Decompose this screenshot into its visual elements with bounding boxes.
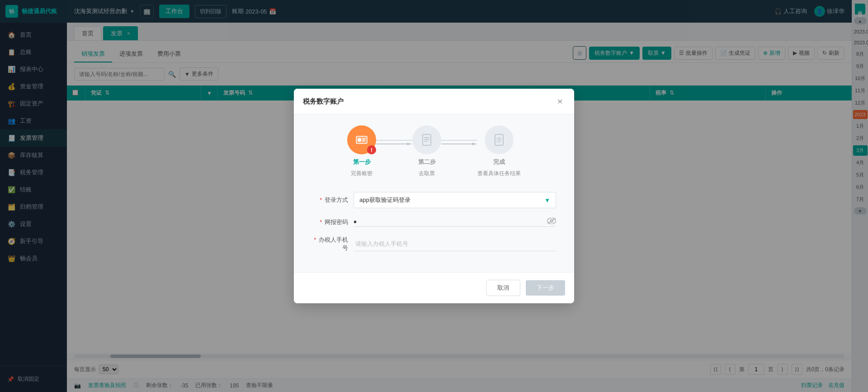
login-method-label-text: 登录方式 xyxy=(325,196,348,203)
password-label-text: 网报密码 xyxy=(325,219,348,225)
phone-input[interactable] xyxy=(354,237,556,251)
required-marker: * xyxy=(314,236,316,243)
svg-rect-18 xyxy=(498,141,500,142)
step-1-error-badge: ! xyxy=(367,145,376,154)
password-row: * 网报密码 • xyxy=(312,217,556,227)
password-input-wrap: • xyxy=(354,217,556,227)
arrow-connector-1 xyxy=(376,142,412,146)
step-2-desc: 去取票 xyxy=(419,170,435,177)
svg-rect-14 xyxy=(498,138,501,139)
select-dropdown-icon: ▼ xyxy=(544,197,550,204)
step-connector-2 xyxy=(441,140,477,141)
svg-rect-9 xyxy=(424,141,428,142)
step-1: ! 第一步 完善账密 xyxy=(347,125,376,177)
step-3-label: 完成 xyxy=(493,158,505,166)
dialog-close-button[interactable]: ✕ xyxy=(554,96,565,107)
required-marker: * xyxy=(320,196,322,203)
password-dot: • xyxy=(354,217,357,226)
step-2-icon-wrap xyxy=(412,125,441,154)
step-1-label: 第一步 xyxy=(353,158,371,166)
svg-marker-11 xyxy=(472,143,477,145)
phone-row: * 办税人手机号 xyxy=(312,236,556,252)
arrow-connector-2 xyxy=(441,142,477,146)
phone-label: * 办税人手机号 xyxy=(312,236,348,252)
svg-rect-8 xyxy=(424,139,429,140)
checklist-svg xyxy=(492,133,506,147)
svg-rect-2 xyxy=(362,139,366,139)
steps-indicator: ! 第一步 完善账密 xyxy=(312,125,556,177)
dialog-footer: 取消 下一步 xyxy=(294,272,574,303)
tax-account-dialog: 税务数字账户 ✕ xyxy=(294,89,574,303)
step-2-icon xyxy=(412,125,441,154)
step-1-icon-wrap: ! xyxy=(347,125,376,154)
dialog-overlay: 税务数字账户 ✕ xyxy=(0,0,868,392)
step-2-label: 第二步 xyxy=(418,158,436,166)
login-method-row: * 登录方式 app获取验证码登录 ▼ xyxy=(312,192,556,208)
login-method-select[interactable]: app获取验证码登录 ▼ xyxy=(354,192,556,208)
step-3-desc: 查看具体任务结果 xyxy=(477,170,521,177)
step-3: 完成 查看具体任务结果 xyxy=(477,125,521,177)
dialog-title: 税务数字账户 xyxy=(303,97,344,106)
svg-rect-7 xyxy=(424,137,429,138)
eye-svg xyxy=(547,218,556,224)
cancel-button[interactable]: 取消 xyxy=(486,280,520,296)
doc-svg xyxy=(420,133,434,147)
login-method-value: app获取验证码登录 xyxy=(359,196,410,204)
svg-rect-3 xyxy=(362,140,365,141)
svg-rect-16 xyxy=(498,139,501,140)
dialog-header: 税务数字账户 ✕ xyxy=(294,89,574,115)
toggle-password-icon[interactable] xyxy=(547,218,556,226)
step-connector-1 xyxy=(376,140,412,141)
svg-point-1 xyxy=(358,138,361,142)
step-3-icon xyxy=(485,125,514,154)
svg-marker-5 xyxy=(407,143,412,145)
password-input[interactable] xyxy=(360,219,543,225)
dialog-body: ! 第一步 完善账密 xyxy=(294,115,574,272)
step-1-desc: 完善账密 xyxy=(351,170,373,177)
phone-label-text: 办税人手机号 xyxy=(319,236,348,251)
step-2: 第二步 去取票 xyxy=(412,125,441,177)
next-button[interactable]: 下一步 xyxy=(526,280,565,296)
dialog-form: * 登录方式 app获取验证码登录 ▼ * 网报密码 • xyxy=(312,192,556,252)
password-label: * 网报密码 xyxy=(312,218,348,226)
required-marker: * xyxy=(320,219,322,225)
login-method-label: * 登录方式 xyxy=(312,196,348,204)
step-3-icon-wrap xyxy=(485,125,514,154)
id-card-svg xyxy=(354,133,369,147)
